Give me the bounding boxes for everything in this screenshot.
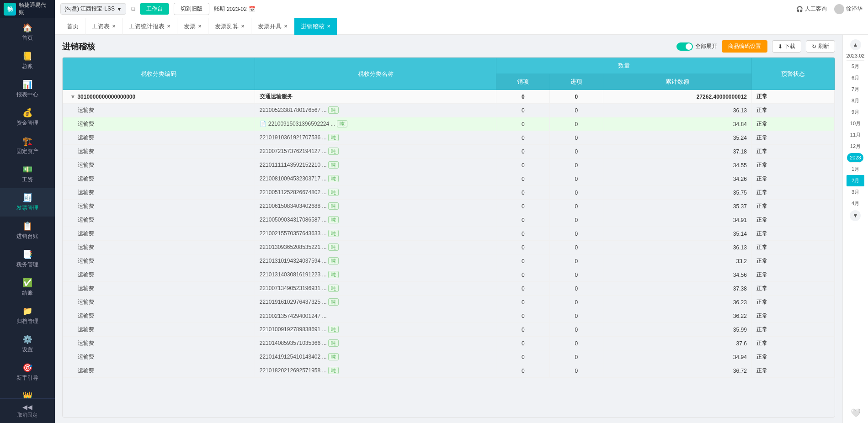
wu-tag[interactable]: 吨 — [328, 106, 339, 114]
wu-tag[interactable]: 吨 — [328, 189, 339, 196]
sidebar-item-总账[interactable]: 📒总账 — [0, 47, 55, 75]
commodity-settings-button[interactable]: 商品编码设置 — [722, 40, 767, 53]
sidebar-item-新手引导[interactable]: 🎯新手引导 — [0, 358, 55, 386]
sidebar-item-畅会员[interactable]: 👑畅会员 — [0, 386, 55, 398]
sidebar-item-工资[interactable]: 💵工资 — [0, 160, 55, 188]
cell-detail-code: 22100721573762194127 ... 吨 — [255, 145, 496, 159]
sidebar-item-设置[interactable]: ⚙️设置 — [0, 330, 55, 358]
wu-tag[interactable]: 吨 — [328, 148, 339, 155]
sidebar-item-税务管理[interactable]: 📑税务管理 — [0, 245, 55, 273]
cell-status: 正常 — [751, 323, 834, 337]
cell-sales: 0 — [496, 364, 550, 378]
tab-close-icon[interactable]: ✕ — [112, 24, 116, 29]
wu-tag[interactable]: 吨 — [328, 243, 339, 251]
month-item-9月[interactable]: 9月 — [847, 106, 865, 118]
month-item-6月[interactable]: 6月 — [847, 72, 865, 84]
sidebar-item-报表中心[interactable]: 📊报表中心 — [0, 75, 55, 103]
panel-scroll-up[interactable]: ▲ — [850, 39, 861, 50]
sidebar-item-发票管理[interactable]: 🧾发票管理 — [0, 188, 55, 217]
sidebar-item-归档管理[interactable]: 📁归档管理 — [0, 301, 55, 330]
cell-code: 运输费 — [63, 227, 255, 241]
wu-tag[interactable]: 吨 — [328, 298, 339, 306]
wu-tag[interactable]: 吨 — [328, 271, 339, 278]
tab-close-icon[interactable]: ✕ — [167, 24, 170, 29]
topbar-right: 🎧 人工客询 徐泽华 — [796, 4, 863, 14]
tab-close-icon[interactable]: ✕ — [198, 24, 202, 29]
sidebar-item-首页[interactable]: 🏠首页 — [0, 18, 55, 47]
refresh-button[interactable]: ↻ 刷新 — [806, 40, 835, 53]
month-item-1月[interactable]: 1月 — [847, 164, 865, 175]
wu-tag[interactable]: 吨 — [328, 339, 339, 347]
switch-version-button[interactable]: 切到旧版 — [174, 3, 209, 15]
month-item-8月[interactable]: 8月 — [847, 95, 865, 106]
toggle-track[interactable] — [676, 42, 693, 51]
download-button[interactable]: ⬇ 下载 — [772, 40, 801, 53]
wu-tag[interactable]: 吨 — [337, 120, 347, 127]
wu-tag[interactable]: 吨 — [328, 216, 339, 223]
month-item-11月[interactable]: 11月 — [847, 129, 865, 141]
tab-进销稽核[interactable]: 进销稽核✕ — [294, 18, 337, 35]
user-menu[interactable]: 徐泽华 — [834, 4, 863, 14]
cell-detail-code: 22101309365208535221 ... 吨 — [255, 241, 496, 254]
favorite-icon[interactable]: 🤍 — [849, 407, 862, 419]
tab-close-icon[interactable]: ✕ — [284, 24, 288, 29]
cell-code: 运输费 — [63, 323, 255, 337]
nav-icon: 📋 — [22, 221, 32, 231]
month-item-10月[interactable]: 10月 — [847, 118, 865, 129]
unpin-button[interactable]: ◀◀ 取消固定 — [17, 403, 37, 418]
sidebar-item-资金管理[interactable]: 💰资金管理 — [0, 103, 55, 132]
month-item-5月[interactable]: 5月 — [847, 61, 865, 72]
wu-tag[interactable]: 吨 — [328, 326, 339, 333]
toggle-label: 全部展开 — [695, 42, 717, 50]
cell-cumulative: 34.55 — [603, 159, 751, 172]
content-area: 进销稽核 全部展开 商品编码设置 ⬇ 下载 ↻ 刷 — [55, 35, 842, 423]
wu-tag[interactable]: 吨 — [328, 353, 339, 360]
cell-sales: 0 — [496, 350, 550, 364]
tab-close-icon[interactable]: ✕ — [327, 24, 330, 29]
sidebar-item-进销台账[interactable]: 📋进销台账 — [0, 217, 55, 245]
month-item-12月[interactable]: 12月 — [847, 141, 865, 152]
cell-code: 运输费 — [63, 268, 255, 282]
cell-code: 运输费 — [63, 337, 255, 350]
headset-icon: 🎧 — [796, 6, 803, 12]
tab-close-icon[interactable]: ✕ — [241, 24, 245, 29]
wu-tag[interactable]: 吨 — [328, 134, 339, 141]
panel-scroll-down[interactable]: ▼ — [850, 210, 861, 221]
sidebar-item-结账[interactable]: ✅结账 — [0, 273, 55, 301]
wu-tag[interactable]: 吨 — [328, 161, 339, 169]
tab-发票开具[interactable]: 发票开具✕ — [251, 18, 294, 35]
copy-icon[interactable]: ⧉ — [131, 5, 135, 13]
cell-sales: 0 — [496, 117, 550, 131]
tab-首页[interactable]: 首页 — [60, 18, 85, 35]
workbench-button[interactable]: 工作台 — [140, 3, 169, 15]
tab-发票[interactable]: 发票✕ — [177, 18, 208, 35]
company-selector[interactable]: (勾盘) 江西报宝-LSS ▼ — [60, 3, 126, 15]
tab-label: 发票测算 — [215, 22, 239, 31]
cell-cumulative: 34.84 — [603, 117, 751, 131]
wu-tag[interactable]: 吨 — [328, 175, 339, 182]
wu-tag[interactable]: 吨 — [328, 367, 339, 374]
sidebar-item-固定资产[interactable]: 🏗️固定资产 — [0, 132, 55, 160]
month-item-2月[interactable]: 2月 — [847, 175, 865, 186]
expand-all-toggle[interactable]: 全部展开 — [676, 42, 717, 51]
month-item-7月[interactable]: 7月 — [847, 84, 865, 95]
tab-工资表[interactable]: 工资表✕ — [85, 18, 122, 35]
cell-sales: 0 — [496, 337, 550, 350]
wu-tag[interactable]: 吨 — [328, 230, 339, 237]
topbar: (勾盘) 江西报宝-LSS ▼ ⧉ 工作台 切到旧版 账期 2023-02 📅 … — [55, 0, 868, 18]
tab-label: 工资统计报表 — [129, 22, 165, 31]
cell-purchase: 0 — [550, 282, 603, 296]
calendar-icon[interactable]: 📅 — [249, 6, 256, 12]
cell-sales: 0 — [496, 227, 550, 241]
wu-tag[interactable]: 吨 — [328, 257, 339, 264]
month-item-3月[interactable]: 3月 — [847, 186, 865, 198]
customer-service-button[interactable]: 🎧 人工客询 — [796, 5, 827, 13]
sidebar: 畅 畅捷通易代账 🏠首页📒总账📊报表中心💰资金管理🏗️固定资产💵工资🧾发票管理📋… — [0, 0, 55, 423]
tab-发票测算[interactable]: 发票测算✕ — [208, 18, 251, 35]
month-item-4月[interactable]: 4月 — [847, 198, 865, 209]
cell-cumulative: 37.38 — [603, 282, 751, 296]
table-row: 运输费 22101910361921707536 ... 吨 0 0 35.24… — [63, 131, 835, 145]
wu-tag[interactable]: 吨 — [328, 202, 339, 210]
tab-工资统计报表[interactable]: 工资统计报表✕ — [122, 18, 177, 35]
wu-tag[interactable]: 吨 — [328, 285, 339, 292]
